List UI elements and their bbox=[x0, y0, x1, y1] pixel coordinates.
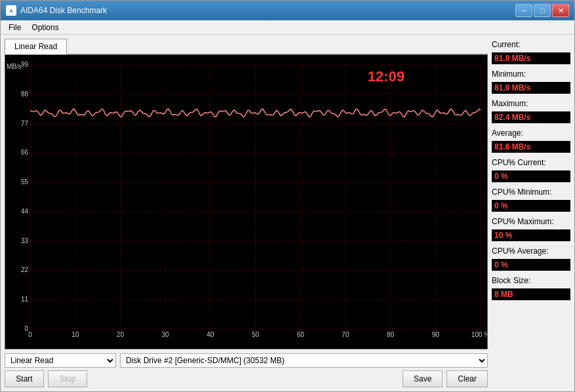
average-label: Average: bbox=[492, 128, 570, 138]
maximum-value: 82.4 MB/s bbox=[492, 111, 570, 123]
stop-button[interactable]: Stop bbox=[48, 370, 87, 387]
maximize-button[interactable]: □ bbox=[534, 4, 551, 17]
menu-bar: File Options bbox=[1, 20, 574, 35]
maximum-label: Maximum: bbox=[492, 99, 570, 108]
title-bar: A AIDA64 Disk Benchmark ─ □ ✕ bbox=[1, 1, 574, 20]
menu-options[interactable]: Options bbox=[26, 22, 64, 33]
cpu-current-value: 0 % bbox=[492, 170, 570, 182]
test-type-dropdown[interactable]: Linear Read bbox=[5, 353, 116, 368]
close-button[interactable]: ✕ bbox=[552, 4, 569, 17]
cpu-current-label: CPU% Current: bbox=[492, 158, 570, 167]
save-button[interactable]: Save bbox=[403, 370, 443, 387]
start-button[interactable]: Start bbox=[5, 370, 44, 387]
minimum-label: Minimum: bbox=[492, 69, 570, 79]
main-content: Linear Read Linear Read Disk Drive #2 [G… bbox=[1, 35, 574, 391]
cpu-minimum-label: CPU% Minimum: bbox=[492, 187, 570, 197]
current-value: 81.0 MB/s bbox=[492, 52, 570, 64]
clear-button[interactable]: Clear bbox=[446, 370, 488, 387]
controls-row: Linear Read Disk Drive #2 [Generic-SD/MM… bbox=[5, 353, 488, 368]
minimize-button[interactable]: ─ bbox=[515, 4, 532, 17]
window-controls: ─ □ ✕ bbox=[515, 4, 569, 17]
minimum-value: 81.0 MB/s bbox=[492, 82, 570, 94]
cpu-maximum-value: 10 % bbox=[492, 229, 570, 241]
app-window: A AIDA64 Disk Benchmark ─ □ ✕ File Optio… bbox=[0, 0, 575, 392]
cpu-maximum-label: CPU% Maximum: bbox=[492, 217, 570, 226]
app-icon: A bbox=[6, 5, 16, 16]
cpu-average-label: CPU% Average: bbox=[492, 246, 570, 256]
current-label: Current: bbox=[492, 40, 570, 49]
chart-container bbox=[5, 54, 488, 349]
tab-linear-read[interactable]: Linear Read bbox=[5, 39, 67, 54]
menu-file[interactable]: File bbox=[3, 22, 26, 33]
button-row: Start Stop Save Clear bbox=[5, 370, 488, 387]
average-value: 81.6 MB/s bbox=[492, 141, 570, 153]
left-panel: Linear Read Linear Read Disk Drive #2 [G… bbox=[5, 39, 488, 387]
window-title: AIDA64 Disk Benchmark bbox=[20, 6, 515, 15]
cpu-average-value: 0 % bbox=[492, 259, 570, 271]
block-size-label: Block Size: bbox=[492, 276, 570, 285]
tab-bar: Linear Read bbox=[5, 39, 488, 54]
block-size-value: 8 MB bbox=[492, 288, 570, 300]
drive-dropdown[interactable]: Disk Drive #2 [Generic-SD/MMC] (30532 MB… bbox=[120, 353, 488, 368]
cpu-minimum-value: 0 % bbox=[492, 200, 570, 212]
benchmark-chart bbox=[5, 55, 487, 349]
right-panel: Current: 81.0 MB/s Minimum: 81.0 MB/s Ma… bbox=[492, 39, 570, 387]
